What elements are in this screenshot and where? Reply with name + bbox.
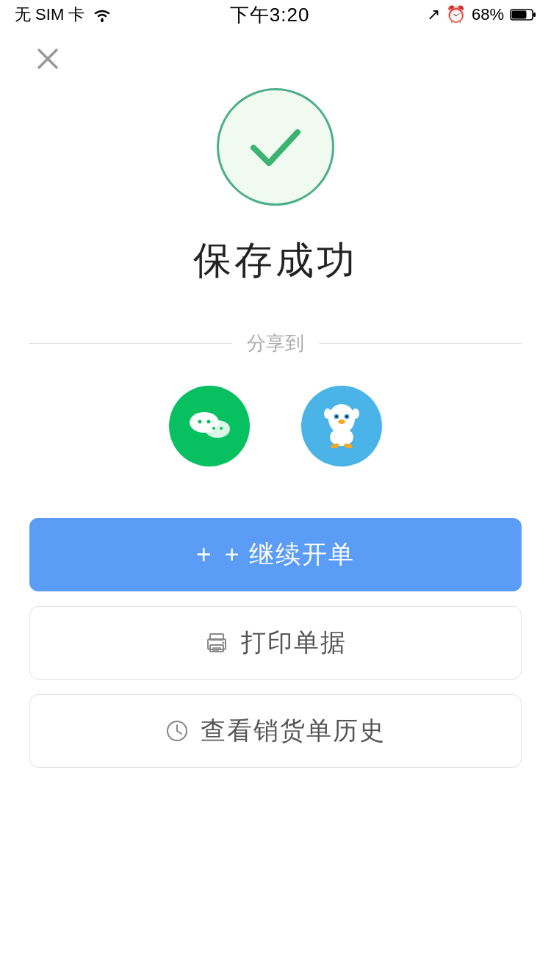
history-label: 查看销货单历史 (201, 714, 386, 748)
svg-rect-2 (512, 11, 527, 19)
print-button[interactable]: 打印单据 (29, 606, 522, 680)
continue-button[interactable]: + + 继续开单 (29, 518, 522, 591)
divider-right (319, 343, 522, 344)
svg-point-17 (338, 419, 345, 424)
svg-point-18 (324, 408, 331, 419)
svg-point-16 (345, 415, 348, 418)
battery-icon (510, 8, 536, 21)
status-left: 无 SIM 卡 (15, 4, 112, 26)
svg-rect-3 (533, 12, 536, 17)
svg-line-31 (177, 731, 181, 734)
share-icons (169, 386, 382, 466)
continue-label: + 继续开单 (225, 538, 355, 572)
battery-percent: 68% (472, 5, 504, 24)
buttons-section: + + 继续开单 打印单据 查看销货单历史 (0, 518, 551, 768)
svg-point-8 (198, 420, 202, 424)
svg-point-9 (207, 420, 211, 424)
wechat-share-button[interactable] (169, 386, 250, 466)
svg-point-19 (352, 408, 359, 419)
close-icon (35, 46, 61, 72)
svg-point-0 (101, 19, 104, 22)
svg-point-10 (212, 427, 215, 430)
share-divider: 分享到 (0, 331, 551, 356)
svg-point-15 (335, 415, 338, 418)
qq-share-button[interactable] (301, 386, 382, 466)
success-title: 保存成功 (193, 235, 358, 287)
checkmark-icon (242, 114, 309, 180)
alarm-icon: ⏰ (446, 5, 466, 24)
history-button[interactable]: 查看销货单历史 (29, 694, 522, 768)
divider-left (29, 343, 232, 344)
close-button[interactable] (29, 40, 66, 77)
wifi-icon (92, 7, 112, 22)
print-label: 打印单据 (241, 626, 347, 660)
share-section: 分享到 (0, 331, 551, 466)
svg-point-28 (223, 642, 225, 644)
status-time: 下午3:20 (230, 2, 310, 28)
plus-icon: + (196, 539, 213, 570)
status-bar: 无 SIM 卡 下午3:20 ↗ ⏰ 68% (0, 0, 551, 29)
share-label: 分享到 (232, 331, 319, 356)
main-content: 保存成功 分享到 (0, 29, 551, 768)
qq-logo (318, 400, 366, 452)
success-circle (217, 88, 334, 206)
clock-icon (165, 719, 189, 743)
printer-icon (204, 632, 229, 654)
location-icon: ↗ (427, 5, 440, 24)
svg-point-11 (220, 427, 223, 430)
status-right: ↗ ⏰ 68% (427, 5, 536, 24)
svg-point-20 (330, 428, 353, 446)
wechat-logo (184, 404, 235, 448)
no-sim-text: 无 SIM 卡 (15, 4, 84, 26)
